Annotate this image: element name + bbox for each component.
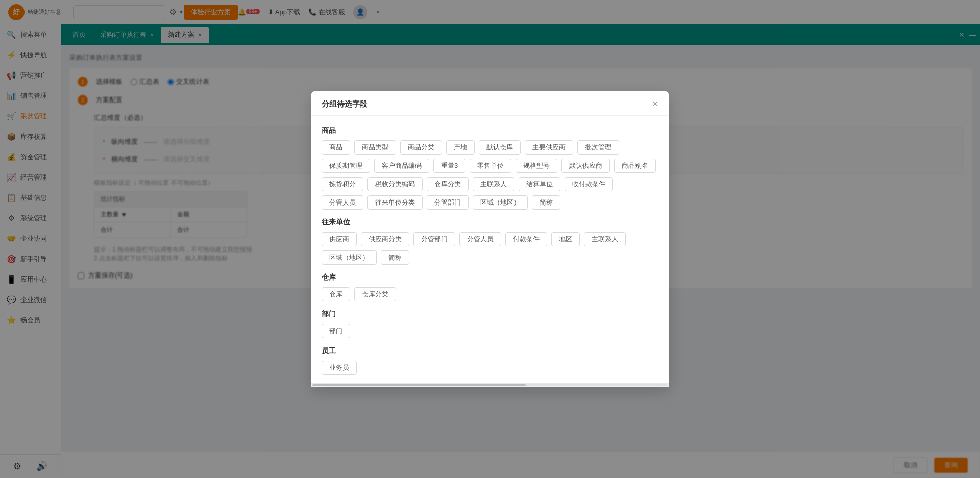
field-tag[interactable]: 供应商分类 [361, 232, 409, 246]
field-tag[interactable]: 商品分类 [400, 140, 442, 155]
field-tag[interactable]: 分管人员 [322, 195, 363, 210]
field-tag[interactable]: 主联系人 [473, 177, 514, 191]
field-tag[interactable]: 简称 [381, 250, 409, 265]
field-tag[interactable]: 商品类型 [354, 140, 396, 155]
field-tag[interactable]: 税收分类编码 [368, 177, 423, 191]
field-tag[interactable]: 主要供应商 [525, 140, 573, 155]
hscroll-track [312, 384, 668, 386]
field-tag[interactable]: 业务员 [322, 361, 357, 375]
field-tag[interactable]: 零售单位 [470, 159, 511, 173]
field-tag[interactable]: 主联系人 [584, 232, 626, 246]
field-tag[interactable]: 规格型号 [516, 159, 557, 173]
section-title-dept: 部门 [322, 310, 658, 319]
section-title-partner: 往来单位 [322, 218, 658, 227]
field-tag[interactable]: 保质期管理 [322, 159, 370, 173]
field-tag[interactable]: 付款条件 [505, 232, 547, 246]
field-tag[interactable]: 往来单位分类 [368, 195, 423, 210]
modal-body: 商品 商品 商品类型 商品分类 产地 默认仓库 主要供应商 批次管理 保质期管理… [311, 116, 669, 383]
modal-header: 分组待选字段 ✕ [311, 91, 669, 116]
field-tag[interactable]: 地区 [551, 232, 580, 246]
field-tag[interactable]: 结算单位 [519, 177, 560, 191]
field-tag[interactable]: 部门 [322, 324, 350, 338]
section-title-employee: 员工 [322, 346, 658, 356]
field-tag[interactable]: 客户商品编码 [374, 159, 429, 173]
field-tag[interactable]: 收付款条件 [565, 177, 613, 191]
field-tag[interactable]: 拣货积分 [322, 177, 363, 191]
field-tags-employee: 业务员 [322, 361, 658, 375]
section-title-warehouse: 仓库 [322, 273, 658, 282]
field-tag[interactable]: 默认供应商 [561, 159, 610, 173]
field-tag[interactable]: 简称 [532, 195, 560, 210]
field-tag[interactable]: 重量3 [433, 159, 465, 173]
field-tags-goods: 商品 商品类型 商品分类 产地 默认仓库 主要供应商 批次管理 保质期管理 客户… [322, 140, 658, 210]
field-tag[interactable]: 分管人员 [459, 232, 501, 246]
field-tag[interactable]: 仓库分类 [354, 287, 396, 301]
field-tag[interactable]: 分管部门 [427, 195, 469, 210]
hscroll-thumb [312, 384, 526, 386]
field-tag[interactable]: 商品 [322, 140, 350, 155]
field-tag[interactable]: 区域（地区） [473, 195, 528, 210]
field-tag[interactable]: 默认仓库 [479, 140, 521, 155]
modal-hscroll[interactable] [311, 383, 669, 387]
modal-close-button[interactable]: ✕ [652, 100, 658, 108]
field-tag[interactable]: 供应商 [322, 232, 357, 246]
field-tag[interactable]: 仓库分类 [427, 177, 469, 191]
field-tag[interactable]: 区域（地区） [322, 250, 377, 265]
modal-overlay[interactable]: 分组待选字段 ✕ 商品 商品 商品类型 商品分类 产地 默认仓库 主要供应商 批… [0, 0, 980, 478]
field-tag[interactable]: 产地 [446, 140, 475, 155]
field-tags-partner: 供应商 供应商分类 分管部门 分管人员 付款条件 地区 主联系人 区域（地区） … [322, 232, 658, 265]
field-tags-dept: 部门 [322, 324, 658, 338]
section-title-goods: 商品 [322, 126, 658, 135]
field-tag[interactable]: 批次管理 [577, 140, 619, 155]
modal-title: 分组待选字段 [322, 99, 368, 109]
modal: 分组待选字段 ✕ 商品 商品 商品类型 商品分类 产地 默认仓库 主要供应商 批… [311, 91, 669, 387]
field-tag[interactable]: 商品别名 [614, 159, 656, 173]
field-tags-warehouse: 仓库 仓库分类 [322, 287, 658, 301]
field-tag[interactable]: 分管部门 [413, 232, 455, 246]
field-tag[interactable]: 仓库 [322, 287, 350, 301]
